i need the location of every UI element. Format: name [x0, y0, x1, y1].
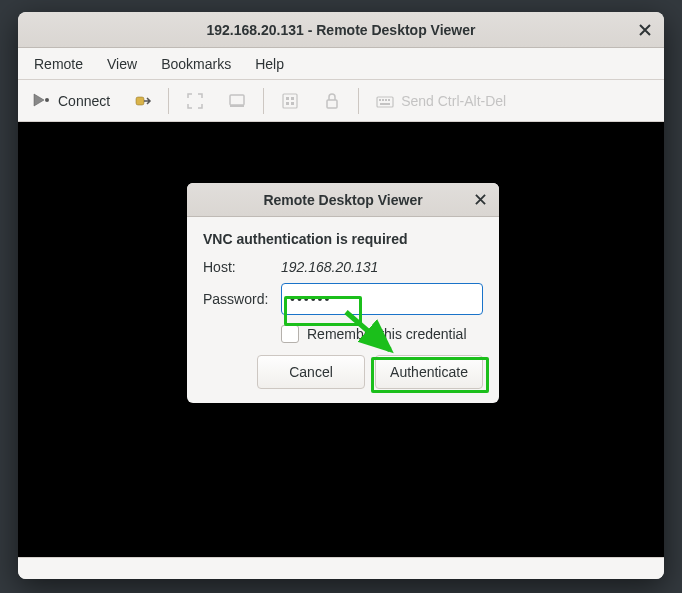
- password-input[interactable]: [281, 283, 483, 315]
- send-cad-button[interactable]: Send Ctrl-Alt-Del: [367, 84, 514, 118]
- scaling-button[interactable]: [272, 84, 308, 118]
- close-icon: [475, 194, 486, 205]
- svg-rect-12: [382, 99, 384, 101]
- disconnect-icon: [132, 91, 152, 111]
- send-cad-label: Send Ctrl-Alt-Del: [401, 93, 506, 109]
- remember-row: Remember this credential: [281, 325, 483, 343]
- svg-rect-10: [377, 97, 393, 107]
- scaling-icon: [280, 91, 300, 111]
- svg-rect-14: [388, 99, 390, 101]
- menu-view[interactable]: View: [97, 52, 147, 76]
- svg-rect-4: [283, 94, 297, 108]
- disconnect-button[interactable]: [124, 84, 160, 118]
- svg-rect-3: [230, 105, 244, 107]
- window-title: 192.168.20.131 - Remote Desktop Viewer: [206, 22, 475, 38]
- close-icon: [639, 24, 651, 36]
- screenshot-button[interactable]: [219, 84, 255, 118]
- password-label: Password:: [203, 291, 281, 307]
- screenshot-icon: [227, 91, 247, 111]
- authenticate-button[interactable]: Authenticate: [375, 355, 483, 389]
- password-row: Password:: [203, 283, 483, 315]
- remember-label: Remember this credential: [307, 326, 467, 342]
- toolbar-separator: [168, 88, 169, 114]
- keyboard-icon: [375, 91, 395, 111]
- dialog-content: VNC authentication is required Host: 192…: [187, 217, 499, 403]
- dialog-titlebar: Remote Desktop Viewer: [187, 183, 499, 217]
- connect-button[interactable]: Connect: [24, 84, 118, 118]
- svg-rect-2: [230, 95, 244, 105]
- menu-remote[interactable]: Remote: [24, 52, 93, 76]
- remember-checkbox[interactable]: [281, 325, 299, 343]
- svg-rect-5: [286, 97, 289, 100]
- toolbar-separator: [263, 88, 264, 114]
- fullscreen-button[interactable]: [177, 84, 213, 118]
- lock-icon: [322, 91, 342, 111]
- cancel-button[interactable]: Cancel: [257, 355, 365, 389]
- dialog-heading: VNC authentication is required: [203, 231, 483, 247]
- svg-rect-15: [380, 103, 390, 105]
- readonly-button[interactable]: [314, 84, 350, 118]
- svg-rect-1: [136, 97, 144, 105]
- host-label: Host:: [203, 259, 281, 275]
- toolbar: Connect: [18, 80, 664, 122]
- titlebar: 192.168.20.131 - Remote Desktop Viewer: [18, 12, 664, 48]
- connect-icon: [32, 91, 52, 111]
- menu-help[interactable]: Help: [245, 52, 294, 76]
- svg-rect-13: [385, 99, 387, 101]
- dialog-title: Remote Desktop Viewer: [263, 192, 422, 208]
- menubar: Remote View Bookmarks Help: [18, 48, 664, 80]
- svg-rect-7: [286, 102, 289, 105]
- dialog-buttons: Cancel Authenticate: [203, 355, 483, 389]
- menu-bookmarks[interactable]: Bookmarks: [151, 52, 241, 76]
- window-close-button[interactable]: [632, 17, 658, 43]
- svg-rect-8: [291, 102, 294, 105]
- connect-label: Connect: [58, 93, 110, 109]
- auth-dialog: Remote Desktop Viewer VNC authentication…: [187, 183, 499, 403]
- host-row: Host: 192.168.20.131: [203, 259, 483, 275]
- statusbar: [18, 557, 664, 579]
- svg-point-0: [45, 98, 49, 102]
- svg-rect-6: [291, 97, 294, 100]
- svg-rect-9: [327, 100, 337, 108]
- host-value: 192.168.20.131: [281, 259, 378, 275]
- svg-rect-11: [379, 99, 381, 101]
- toolbar-separator: [358, 88, 359, 114]
- fullscreen-icon: [185, 91, 205, 111]
- dialog-close-button[interactable]: [467, 187, 493, 213]
